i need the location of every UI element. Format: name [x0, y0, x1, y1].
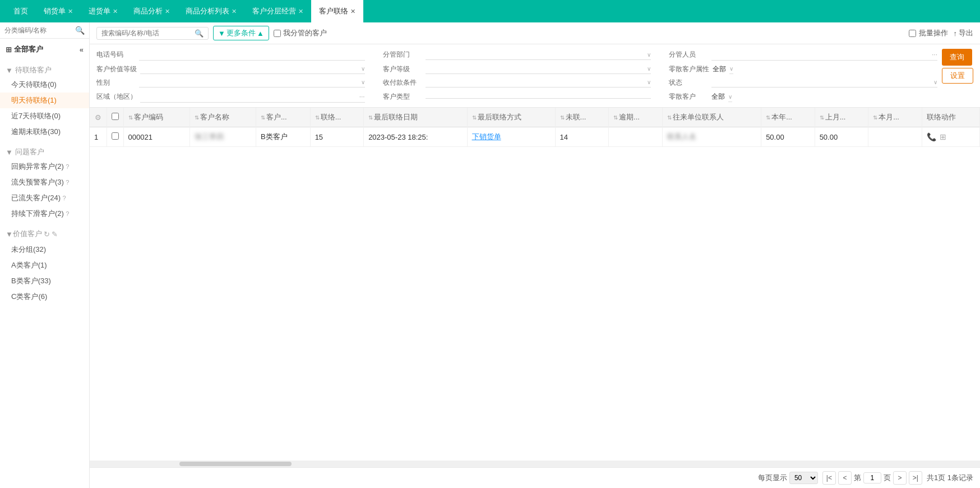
batch-checkbox[interactable]	[909, 30, 916, 37]
prev-page-button[interactable]: <	[838, 471, 852, 485]
query-button[interactable]: 查询	[942, 49, 972, 66]
sort-icon-contacts[interactable]: ⇅	[315, 114, 320, 121]
sort-icon-last-month[interactable]: ⇅	[820, 114, 824, 121]
next-page-button[interactable]: >	[893, 471, 907, 485]
nav-customer-contact[interactable]: 客户联络 ✕	[311, 0, 363, 22]
my-customers-checkbox[interactable]	[274, 30, 281, 37]
nav-purchase-order[interactable]: 进货单 ✕	[81, 0, 126, 22]
chevron-down-icon-8: ∨	[728, 94, 732, 100]
help-icon-2: ?	[66, 179, 69, 186]
sidebar-item-repurchase-abnormal[interactable]: 回购异常客户(2) ?	[0, 159, 89, 174]
sidebar-item-week-pending[interactable]: 近7天待联络(0)	[0, 108, 89, 124]
edit-icon[interactable]: ✎	[52, 230, 58, 238]
close-product-analysis-list-icon[interactable]: ✕	[232, 8, 237, 15]
retail-customer-select[interactable]: ∨	[728, 92, 732, 102]
col-last-month: ⇅上月...	[815, 108, 868, 127]
last-page-button[interactable]: >|	[909, 471, 922, 485]
sidebar-item-c-class[interactable]: C类客户(6)	[0, 289, 89, 305]
page-input[interactable]	[863, 472, 881, 484]
arrow-down-icon: ▼	[6, 66, 13, 75]
set-button[interactable]: 设置	[942, 68, 973, 84]
nav-customer-tier[interactable]: 客户分层经营 ✕	[244, 0, 311, 22]
checkbox-header[interactable]	[107, 108, 123, 127]
customer-table: ⚙ ⇅客户编码 ⇅客户名称 ⇅客户... ⇅联络... ⇅最后联络日期 ⇅最后联…	[90, 108, 980, 147]
sort-icon-name[interactable]: ⇅	[195, 114, 199, 121]
filter-dept: 分管部门 ∨	[383, 50, 651, 60]
sort-icon-no-contact[interactable]: ⇅	[560, 114, 565, 121]
gender-select[interactable]: ∨	[139, 77, 365, 88]
sort-icon-type[interactable]: ⇅	[261, 114, 265, 121]
close-product-analysis-icon[interactable]: ✕	[165, 8, 170, 15]
action-grid-icon[interactable]: ⊞	[940, 132, 946, 141]
sort-icon-this-month[interactable]: ⇅	[873, 114, 877, 121]
more-filter-button[interactable]: ▼ 更多条件 ▲	[213, 26, 269, 40]
nav-sales-order[interactable]: 销货单 ✕	[36, 0, 81, 22]
sort-icon-last-method[interactable]: ⇅	[472, 114, 477, 121]
row-type: B类客户	[256, 127, 310, 147]
customer-type-select[interactable]	[426, 95, 651, 99]
nav-product-analysis[interactable]: 商品分析 ✕	[126, 0, 178, 22]
grid-icon: ⊞	[6, 45, 12, 54]
sidebar-item-a-class[interactable]: A类客户(1)	[0, 257, 89, 273]
refresh-icon[interactable]: ↻	[44, 230, 50, 238]
sidebar-search-icon[interactable]: 🔍	[75, 26, 85, 35]
per-page-select[interactable]: 50 100 200	[789, 472, 818, 484]
collapse-icon[interactable]: «	[80, 45, 84, 54]
region-select[interactable]: ···	[140, 91, 365, 103]
sidebar-search-input[interactable]	[4, 26, 75, 34]
row-last-method: 下销货单	[467, 127, 555, 147]
scrollbar-area[interactable]	[90, 461, 980, 467]
region-label: 区域（地区）	[96, 92, 137, 102]
status-select[interactable]: ∨	[711, 77, 937, 88]
sidebar-item-declining[interactable]: 持续下滑客户(2) ?	[0, 206, 89, 222]
my-customers-checkbox-label[interactable]: 我分管的客户	[274, 28, 327, 38]
nav-home[interactable]: 首页	[6, 0, 36, 22]
col-code: ⇅客户编码	[123, 108, 189, 127]
settings-header[interactable]: ⚙	[90, 108, 107, 127]
status-label: 状态	[669, 78, 708, 88]
sidebar-item-today-pending[interactable]: 今天待联络(0)	[0, 77, 89, 93]
close-customer-tier-icon[interactable]: ✕	[298, 8, 303, 15]
dept-select[interactable]: ∨	[426, 50, 651, 60]
sidebar-item-lost-warning[interactable]: 流失预警客户(3) ?	[0, 174, 89, 190]
arrow-down-icon-2: ▼	[6, 148, 13, 156]
sort-icon-overdue[interactable]: ⇅	[613, 114, 618, 121]
search-icon[interactable]: 🔍	[195, 29, 204, 38]
last-method-link[interactable]: 下销货单	[472, 132, 501, 141]
pending-contact-group-label[interactable]: ▼ 待联络客户	[0, 62, 89, 77]
close-customer-contact-icon[interactable]: ✕	[350, 8, 355, 15]
sort-icon-code[interactable]: ⇅	[128, 114, 133, 121]
close-sales-order-icon[interactable]: ✕	[68, 8, 73, 15]
row-checkbox[interactable]	[107, 127, 123, 147]
contact-phone-icon[interactable]: 📞	[927, 132, 936, 141]
search-input[interactable]	[101, 29, 195, 37]
problem-customer-group-label[interactable]: ▼ 问题客户	[0, 144, 89, 159]
close-purchase-order-icon[interactable]: ✕	[113, 8, 118, 15]
toolbar: 🔍 ▼ 更多条件 ▲ 我分管的客户 批量操作 ↑ 导出	[90, 22, 980, 44]
sidebar-item-tomorrow-pending[interactable]: 明天待联络(1)	[0, 93, 89, 108]
first-page-button[interactable]: |<	[822, 471, 836, 485]
select-all-checkbox[interactable]	[112, 113, 119, 120]
retail-attr-select[interactable]: ∨	[729, 64, 733, 74]
customer-value-level-select[interactable]: ∨	[140, 64, 365, 74]
sort-icon-last-date[interactable]: ⇅	[368, 114, 373, 121]
sidebar-item-lost[interactable]: 已流失客户(24) ?	[0, 190, 89, 206]
batch-operation-button[interactable]: 批量操作	[909, 28, 948, 38]
person-select[interactable]: ···	[711, 49, 937, 61]
sort-icon-this-year[interactable]: ⇅	[766, 114, 770, 121]
export-button[interactable]: ↑ 导出	[954, 28, 974, 38]
sort-icon-company-contact[interactable]: ⇅	[667, 114, 672, 121]
scrollbar-thumb[interactable]	[179, 462, 292, 466]
all-customers-header[interactable]: ⊞ 全部客户 «	[0, 41, 89, 58]
sidebar-item-overdue-pending[interactable]: 逾期未联络(30)	[0, 124, 89, 140]
phone-input[interactable]	[139, 49, 365, 61]
filter-row-1: 电话号码 分管部门 ∨ 分管人员	[96, 49, 937, 61]
col-type: ⇅客户...	[256, 108, 310, 127]
nav-product-analysis-list[interactable]: 商品分析列表 ✕	[178, 0, 244, 22]
sidebar-item-b-class[interactable]: B类客户(33)	[0, 273, 89, 289]
customer-level-select[interactable]: ∨	[426, 64, 651, 74]
value-customer-section: ▼ 价值客户 ↻ ✎ 未分组(32) A类客户(1) B类客户(33) C类客户…	[0, 224, 89, 307]
value-customer-group-label: ▼ 价值客户 ↻ ✎	[0, 226, 89, 242]
payment-select[interactable]: ∨	[426, 77, 651, 88]
sidebar-item-ungrouped[interactable]: 未分组(32)	[0, 242, 89, 257]
